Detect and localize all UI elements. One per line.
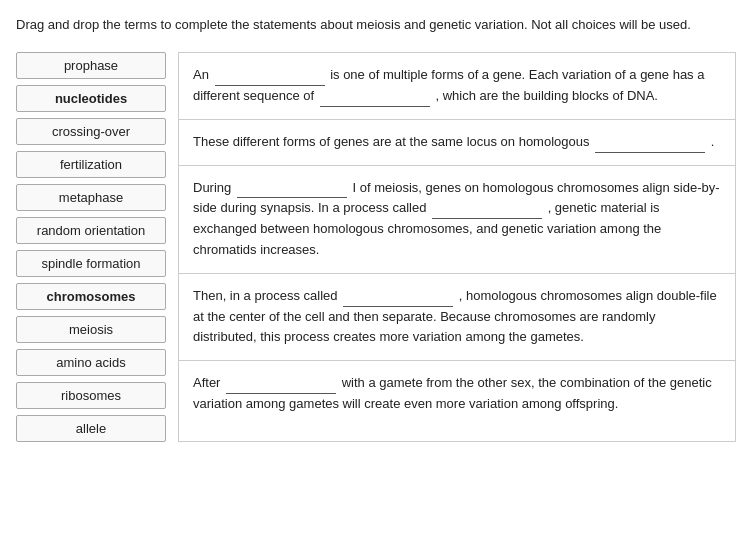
- term-box[interactable]: amino acids: [16, 349, 166, 376]
- statement-1: An is one of multiple forms of a gene. E…: [179, 53, 735, 120]
- instructions-text: Drag and drop the terms to complete the …: [16, 16, 736, 34]
- statement-4: Then, in a process called , homologous c…: [179, 274, 735, 361]
- statement-3: During I of meiosis, genes on homologous…: [179, 166, 735, 274]
- term-box[interactable]: prophase: [16, 52, 166, 79]
- term-box[interactable]: random orientation: [16, 217, 166, 244]
- term-box[interactable]: allele: [16, 415, 166, 442]
- term-box[interactable]: nucleotides: [16, 85, 166, 112]
- statement-2: These different forms of genes are at th…: [179, 120, 735, 166]
- blank[interactable]: [226, 380, 336, 394]
- term-box[interactable]: spindle formation: [16, 250, 166, 277]
- term-box[interactable]: fertilization: [16, 151, 166, 178]
- statement-5: After with a gamete from the other sex, …: [179, 361, 735, 427]
- blank[interactable]: [343, 293, 453, 307]
- blank[interactable]: [320, 93, 430, 107]
- term-box[interactable]: meiosis: [16, 316, 166, 343]
- term-box[interactable]: crossing-over: [16, 118, 166, 145]
- terms-column: prophasenucleotidescrossing-overfertiliz…: [16, 52, 166, 442]
- blank[interactable]: [215, 72, 325, 86]
- blank[interactable]: [432, 205, 542, 219]
- term-box[interactable]: chromosomes: [16, 283, 166, 310]
- blank[interactable]: [237, 184, 347, 198]
- term-box[interactable]: metaphase: [16, 184, 166, 211]
- statements-column: An is one of multiple forms of a gene. E…: [178, 52, 736, 442]
- main-layout: prophasenucleotidescrossing-overfertiliz…: [16, 52, 736, 442]
- term-box[interactable]: ribosomes: [16, 382, 166, 409]
- blank[interactable]: [595, 139, 705, 153]
